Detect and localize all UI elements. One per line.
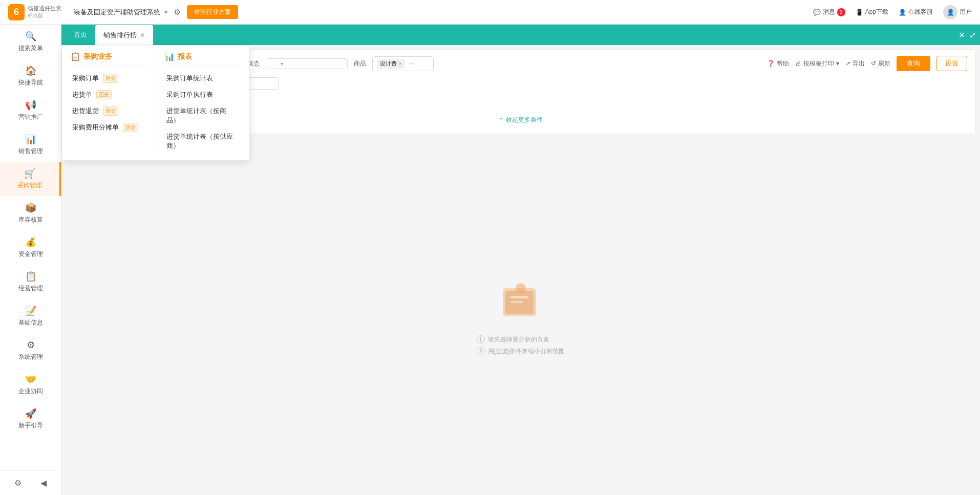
goods-control[interactable]: 设计费 × ··· — [372, 56, 434, 71]
export-button[interactable]: ↗ 导出 — [845, 59, 865, 68]
purchase-order-stat-label: 采购订单统计表 — [166, 74, 213, 83]
top-header: 6 畅捷通好生意 标准版 装备及固定资产辅助管理系统 ▾ ⚙ 体验行业方案 💬 … — [0, 0, 980, 25]
dropdown-item-purchase-expense[interactable]: 采购费用分摊单 历史 — [70, 119, 147, 136]
help-button[interactable]: ❓ 帮助 — [767, 59, 789, 68]
svg-point-4 — [516, 283, 526, 293]
header-right: 💬 消息 9 📱 App下载 👤 在线客服 👤 用户 — [813, 5, 972, 19]
sidebar-item-capital[interactable]: 💰 资金管理 — [0, 230, 61, 265]
logo-tag: 标准版 — [28, 12, 61, 19]
app-download-action[interactable]: 📱 App下载 — [856, 8, 888, 16]
purchase-expense-history: 历史 — [123, 123, 138, 132]
app-download-label: App下载 — [865, 8, 888, 16]
dropdown-item-purchase-order-exec[interactable]: 采购订单执行表 — [164, 87, 242, 103]
home-icon: 🏠 — [25, 65, 36, 76]
search-button[interactable]: 查询 — [897, 56, 930, 71]
purchase-col-icon: 📋 — [70, 52, 80, 61]
sidebar-label-enterprise: 企业协同 — [18, 387, 43, 396]
dropdown-item-goods-receipt[interactable]: 进货单 历史 — [70, 87, 147, 103]
sidebar-collapse-icon[interactable]: ◀ — [38, 476, 49, 490]
goods-dots[interactable]: ··· — [408, 60, 413, 67]
purchase-order-history: 历史 — [103, 74, 118, 83]
tab-close-all-icon[interactable]: ✕ — [958, 30, 965, 40]
system-title-area: 装备及固定资产辅助管理系统 ▾ ⚙ — [74, 5, 183, 19]
tab-sales-rank[interactable]: 销售排行榜 ✕ — [95, 25, 153, 46]
purchase-expense-label: 采购费用分摊单 — [72, 123, 119, 132]
print-button[interactable]: 🖨 按模板打印 ▾ — [795, 59, 839, 68]
tab-home-label: 首页 — [74, 30, 87, 39]
tab-home[interactable]: 首页 — [66, 25, 95, 45]
dropdown-item-goods-stat-by-supplier[interactable]: 进货单统计表（按供应商） — [164, 128, 242, 154]
user-label: 用户 — [960, 8, 972, 16]
sidebar-label-system: 系统管理 — [18, 353, 43, 361]
sidebar-item-enterprise[interactable]: 🤝 企业协同 — [0, 368, 61, 402]
sidebar-item-inventory[interactable]: 📦 库存核算 — [0, 196, 61, 230]
sidebar-item-system[interactable]: ⚙ 系统管理 — [0, 333, 61, 368]
logo-area: 6 畅捷通好生意 标准版 — [8, 4, 70, 20]
sidebar-label-quicknav: 快捷导航 — [18, 78, 43, 87]
help-icon: ❓ — [767, 60, 775, 67]
user-action[interactable]: 👤 用户 — [943, 5, 972, 19]
logo-text: 畅捷通好生意 — [28, 5, 61, 12]
goods-receipt-label: 进货单 — [72, 90, 92, 99]
dropdown-menu: 📋 采购业务 采购订单 历史 进货单 历史 进货退货 历史 采购费用分摊单 历史… — [61, 45, 250, 161]
system-title-text: 装备及固定资产辅助管理系统 — [74, 8, 160, 17]
dropdown-report-col: 📊 报表 采购订单统计表 采购订单执行表 进货单统计表（按商品） 进货单统计表（… — [156, 52, 250, 154]
goods-label: 商品 — [354, 59, 366, 68]
marketing-icon: 📢 — [25, 99, 36, 111]
print-arrow: ▾ — [836, 60, 839, 67]
dropdown-item-goods-stat-by-goods[interactable]: 进货单统计表（按商品） — [164, 103, 242, 128]
basic-info-icon: 📝 — [25, 305, 36, 316]
sidebar-settings-icon[interactable]: ⚙ — [12, 476, 24, 490]
refresh-icon: ↺ — [871, 60, 876, 67]
sidebar-item-search-menu[interactable]: 🔍 搜索菜单 — [0, 25, 61, 59]
print-icon: 🖨 — [795, 60, 801, 67]
dropdown-item-purchase-order-stat[interactable]: 采购订单统计表 — [164, 70, 242, 87]
sidebar-label-search: 搜索菜单 — [18, 44, 43, 53]
goods-tag-remove[interactable]: × — [399, 60, 402, 67]
purchase-icon: 🛒 — [24, 168, 35, 179]
settings-icon[interactable]: ⚙ — [172, 5, 183, 19]
purchase-col-title: 采购业务 — [83, 52, 112, 61]
phone-icon: 📱 — [856, 9, 863, 16]
goods-receipt-history: 历史 — [96, 90, 112, 99]
enterprise-icon: 🤝 — [25, 374, 36, 385]
sidebar-item-guide[interactable]: 🚀 新手引导 — [0, 402, 61, 436]
sidebar-item-quick-nav[interactable]: 🏠 快捷导航 — [0, 59, 61, 93]
message-action[interactable]: 💬 消息 9 — [813, 8, 845, 16]
doc-status-arrow: ▾ — [281, 61, 283, 67]
industry-button[interactable]: 体验行业方案 — [187, 5, 238, 19]
tab-close-icon[interactable]: ✕ — [140, 32, 145, 39]
dropdown-purchase-col: 📋 采购业务 采购订单 历史 进货单 历史 进货退货 历史 采购费用分摊单 历史 — [62, 52, 156, 154]
dropdown-item-goods-return[interactable]: 进货退货 历史 — [70, 103, 147, 119]
collapse-text: 收起更多条件 — [506, 116, 543, 124]
doc-status-select[interactable]: ▾ — [266, 58, 348, 69]
inventory-icon: 📦 — [25, 202, 36, 213]
service-icon: 👤 — [899, 9, 906, 16]
svg-rect-2 — [510, 296, 528, 298]
tab-expand-icon[interactable]: ⤢ — [969, 30, 976, 40]
step-2-num: 2 — [477, 347, 485, 355]
sidebar-label-guide: 新手引导 — [18, 421, 43, 430]
empty-step-2: 2 用[过滤]条件来缩小分析范围 — [477, 347, 565, 356]
online-service-action[interactable]: 👤 在线客服 — [899, 8, 933, 16]
sidebar-item-marketing[interactable]: 📢 营销推广 — [0, 93, 61, 127]
sidebar-item-basic-info[interactable]: 📝 基础信息 — [0, 299, 61, 333]
dropdown-item-purchase-order[interactable]: 采购订单 历史 — [70, 70, 147, 87]
search-icon: 🔍 — [25, 31, 36, 42]
message-label: 消息 — [823, 8, 835, 16]
sidebar-item-sales[interactable]: 📊 销售管理 — [0, 127, 61, 162]
step-1-num: 1 — [477, 335, 485, 343]
sidebar-item-purchase[interactable]: 🛒 采购管理 — [0, 162, 61, 196]
purchase-order-label: 采购订单 — [72, 74, 99, 83]
dropdown-purchase-header: 📋 采购业务 — [70, 52, 147, 65]
sidebar-label-sales: 销售管理 — [18, 147, 43, 156]
message-badge: 9 — [837, 8, 845, 16]
sidebar-item-operations[interactable]: 📋 经营管理 — [0, 265, 61, 299]
system-title-chevron[interactable]: ▾ — [164, 9, 167, 16]
page-settings-button[interactable]: 设置 — [936, 56, 967, 71]
logo-icon: 6 — [8, 4, 25, 20]
sidebar-label-operations: 经营管理 — [18, 284, 43, 293]
report-col-icon: 📊 — [164, 52, 175, 61]
refresh-button[interactable]: ↺ 刷新 — [871, 59, 890, 68]
toolbar-right: ❓ 帮助 🖨 按模板打印 ▾ ↗ 导出 ↺ — [767, 56, 967, 71]
